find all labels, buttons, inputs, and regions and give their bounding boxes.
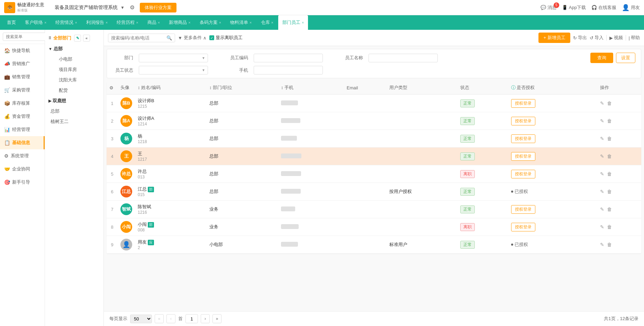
auth-btn[interactable]: 授权登录 (511, 205, 535, 214)
dept-item-zhishu[interactable]: 植树王二 (45, 116, 103, 127)
edit-icon[interactable]: ✎ (600, 171, 604, 177)
show-resigned-wrap[interactable]: ✓ 显示离职员工 (209, 35, 243, 41)
sidebar-item-finance[interactable]: 💰 资金管理 (0, 110, 45, 123)
page-input[interactable] (185, 314, 198, 323)
sidebar-item-system[interactable]: ⚙ 系统管理 (0, 149, 45, 162)
settings-button[interactable]: ⚙ (127, 3, 137, 12)
sidebar-item-purchase[interactable]: 🛒 采购管理 (0, 83, 45, 97)
tab-close-employees[interactable]: × (302, 20, 304, 25)
help-button[interactable]: | 帮助 (629, 35, 640, 41)
sidebar-item-basic[interactable]: 📋 基础信息 (0, 136, 45, 149)
edit-icon[interactable]: ✎ (600, 206, 604, 212)
edit-icon[interactable]: ✎ (600, 136, 604, 141)
tab-warehouse[interactable]: 仓库 × (257, 15, 278, 30)
dept-group-collapse-zongbu[interactable]: ▼ (48, 47, 52, 51)
tab-history[interactable]: 经营历程 × (112, 15, 142, 30)
dept-group-zongbu[interactable]: ▼ 总部 (45, 44, 103, 54)
edit-icon[interactable]: ✎ (600, 153, 604, 159)
delete-icon[interactable]: 🗑 (607, 171, 612, 177)
app-download-button[interactable]: 📱 App下载 (562, 5, 586, 11)
dept-group-collapse-shuanglu[interactable]: ▶ (48, 99, 51, 103)
empname-filter-input[interactable] (369, 54, 438, 62)
mobile-filter-input[interactable] (254, 66, 323, 74)
online-service-button[interactable]: 🎧 在线客服 (591, 5, 616, 11)
delete-icon[interactable]: 🗑 (607, 189, 612, 194)
tab-operation[interactable]: 经营情况 × (51, 15, 81, 30)
delete-icon[interactable]: 🗑 (607, 206, 612, 212)
user-button[interactable]: 👤 用友 (622, 4, 640, 11)
edit-icon[interactable]: ✎ (600, 224, 604, 230)
tab-customer[interactable]: 客户联络 × (21, 15, 51, 30)
tab-profit[interactable]: 利润报告 × (82, 15, 112, 30)
import-button[interactable]: ↺ 导入 (590, 35, 604, 41)
view-button[interactable]: ▶ 视频 (609, 35, 623, 41)
tab-bom[interactable]: 物料清单 × (226, 15, 256, 30)
empcode-filter-input[interactable] (254, 54, 323, 62)
sidebar-item-sales[interactable]: 💼 销售管理 (0, 70, 45, 83)
tab-close-customer[interactable]: × (44, 20, 46, 25)
sidebar-item-collab[interactable]: 🤝 企业协同 (0, 162, 45, 176)
delete-icon[interactable]: 🗑 (607, 153, 612, 159)
auth-btn[interactable]: 授权登录 (511, 170, 535, 178)
dept-group-shuanglu[interactable]: ▶ 双鹿想 (45, 96, 103, 106)
delete-icon[interactable]: 🗑 (607, 242, 612, 247)
auth-btn[interactable]: 授权登录 (511, 117, 535, 125)
page-prev-btn[interactable]: ‹ (166, 314, 175, 323)
tab-close-profit[interactable]: × (106, 20, 108, 25)
add-employee-button[interactable]: + 新增员工 (538, 33, 570, 43)
tab-goods[interactable]: 商品 × (143, 15, 164, 30)
message-button[interactable]: 💬 消息 5 (541, 5, 556, 11)
sidebar-item-quicknav[interactable]: 🏠 快捷导航 (0, 44, 45, 57)
tab-employees[interactable]: 部门员工 × (278, 15, 308, 30)
edit-icon[interactable]: ✎ (600, 242, 604, 247)
per-page-select[interactable]: 50 (130, 315, 152, 323)
auth-btn[interactable]: 授权登录 (511, 99, 535, 108)
dept-collapse-icon[interactable]: « (83, 35, 90, 42)
delete-icon[interactable]: 🗑 (607, 136, 612, 141)
tab-close-operation[interactable]: × (75, 20, 77, 25)
auth-btn[interactable]: 授权登录 (511, 152, 535, 161)
system-title-dropdown[interactable]: ▼ (120, 5, 125, 10)
tab-close-history[interactable]: × (136, 20, 138, 25)
tab-close-bom[interactable]: × (250, 20, 252, 25)
delete-icon[interactable]: 🗑 (607, 100, 612, 106)
auth-btn[interactable]: 授权登录 (511, 134, 535, 143)
auth-btn[interactable]: 授权登录 (511, 223, 535, 231)
tab-new-goods[interactable]: 新增商品 × (165, 15, 194, 30)
search-input[interactable] (111, 35, 166, 41)
tab-close-warehouse[interactable]: × (271, 20, 273, 25)
sidebar-item-management[interactable]: 📊 经营管理 (0, 123, 45, 136)
edit-icon[interactable]: ✎ (600, 189, 604, 194)
page-next-btn[interactable]: › (201, 314, 210, 323)
trial-button[interactable]: 体验行业方案 (140, 3, 176, 12)
more-filter-btn[interactable]: ▼ 更多条件 ∧ (178, 35, 207, 41)
tab-barcode[interactable]: 条码方案 × (196, 15, 225, 30)
sidebar-item-guide[interactable]: 🎯 新手引导 (0, 176, 45, 189)
show-resigned-checkbox[interactable]: ✓ (209, 35, 214, 40)
dept-item-xmkf[interactable]: 项目库房 (53, 64, 103, 75)
delete-icon[interactable]: 🗑 (607, 224, 612, 230)
empstatus-filter-select[interactable] (139, 66, 208, 74)
delete-icon[interactable]: 🗑 (607, 118, 612, 124)
dept-item-xiaodibu[interactable]: 小电部 (53, 54, 103, 64)
set-button[interactable]: 设置 (616, 53, 635, 63)
page-first-btn[interactable]: « (155, 314, 164, 323)
dept-item-shenyang[interactable]: 沈阳大库 (53, 75, 103, 85)
table-settings-icon[interactable]: ⚙ (109, 85, 114, 90)
dept-item-peihuo[interactable]: 配货 (53, 85, 103, 96)
dept-edit-icon[interactable]: ✎ (74, 35, 81, 42)
tab-close-goods[interactable]: × (158, 20, 160, 25)
export-button[interactable]: ↻ 导出 (573, 35, 587, 41)
sidebar-item-inventory[interactable]: 📦 库存核算 (0, 97, 45, 110)
page-last-btn[interactable]: » (212, 314, 221, 323)
query-button[interactable]: 查询 (590, 53, 613, 63)
dept-filter-select[interactable] (139, 54, 208, 62)
dept-item-zongbu2[interactable]: 总部 (45, 106, 103, 116)
tab-home[interactable]: 首页 (3, 15, 20, 30)
tab-close-barcode[interactable]: × (219, 20, 221, 25)
tab-close-newgoods[interactable]: × (188, 20, 190, 25)
edit-icon[interactable]: ✎ (600, 118, 604, 124)
all-dept-label[interactable]: 全部部门 (53, 35, 71, 41)
edit-icon[interactable]: ✎ (600, 100, 604, 106)
sidebar-item-marketing[interactable]: 📣 营销推广 (0, 57, 45, 70)
